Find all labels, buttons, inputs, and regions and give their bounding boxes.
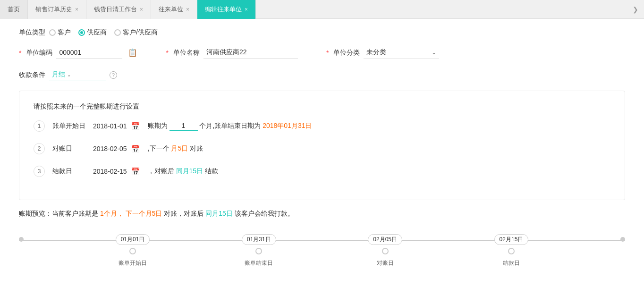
timeline-dot-2 — [255, 248, 262, 254]
timeline-node-4: 02月15日 结款日 — [494, 234, 529, 267]
tab-sales-history[interactable]: 销售订单历史 × — [28, 0, 86, 19]
step-1-row: 1 账单开始日 2018-01-01 📅 账期为 个月,账单结束日期为 2018… — [34, 120, 610, 132]
unit-category-chevron: ⌄ — [432, 49, 436, 56]
unit-name-field: * 单位名称 — [166, 47, 297, 59]
tab-home[interactable]: 首页 — [0, 0, 28, 19]
tab-partner[interactable]: 往来单位 × — [151, 0, 197, 19]
step-2-calendar-icon[interactable]: 📅 — [131, 144, 140, 153]
tab-sales-history-close[interactable]: × — [75, 6, 78, 13]
month-input[interactable] — [169, 121, 198, 131]
step-3-desc: ，对账后 同月15日 结款 — [148, 167, 218, 176]
timeline-label-1: 账单开始日 — [119, 259, 147, 267]
timeline-date-2: 01月31日 — [242, 234, 276, 245]
timeline-dot-4 — [508, 248, 515, 254]
unit-type-label: 单位类型 — [19, 28, 45, 37]
step-2-desc: ,下一个 月5日 对账 — [148, 144, 203, 153]
timeline-node-1: 01月01日 账单开始日 — [116, 234, 150, 267]
tab-expand-button[interactable]: ❯ — [627, 6, 644, 13]
timeline-date-1: 01月01日 — [116, 234, 150, 245]
timeline-end-dot — [620, 237, 625, 242]
timeline-start-dot — [19, 237, 24, 242]
step-2-date: 2018-02-05 📅 — [93, 144, 140, 153]
unit-code-field: * 单位编码 📋 — [19, 47, 137, 59]
tab-cash-work-close[interactable]: × — [140, 6, 143, 13]
step-2-date-value: 2018-02-05 — [93, 145, 127, 152]
step-3-row: 3 结款日 2018-02-15 📅 ，对账后 同月15日 结款 — [34, 166, 610, 177]
radio-both-label: 客户/供应商 — [123, 28, 158, 37]
unit-name-label: 单位名称 — [173, 49, 200, 57]
payment-terms-chevron-icon: ⌄ — [67, 72, 71, 77]
step-1-date: 2018-01-01 📅 — [93, 122, 140, 131]
step-1-desc-mid: 个月,账单结束日期为 — [199, 122, 263, 129]
step-3-desc-post: 结款 — [205, 167, 218, 175]
timeline-date-4: 02月15日 — [494, 234, 529, 245]
tab-cash-work[interactable]: 钱货日清工作台 × — [86, 0, 151, 19]
unit-name-input[interactable] — [203, 47, 298, 59]
timeline-dot-1 — [129, 248, 136, 254]
preview-part3: 同月15日 — [205, 210, 233, 217]
unit-category-select[interactable]: 未分类 ⌄ — [364, 46, 439, 59]
tab-home-label: 首页 — [8, 5, 20, 14]
payment-terms-help-icon[interactable]: ? — [110, 71, 117, 79]
unit-type-row: 单位类型 客户 供应商 客户/供应商 — [19, 28, 625, 37]
timeline-nodes: 01月01日 账单开始日 01月31日 账单结束日 02月05日 对账日 02月… — [19, 234, 625, 267]
preview-suffix: 该客户会给我打款。 — [235, 210, 294, 217]
step-2-desc-pre: ,下一个 — [148, 144, 169, 152]
preview-part1: 1个月， — [100, 210, 124, 217]
radio-group: 客户 供应商 客户/供应商 — [49, 28, 158, 37]
timeline-label-2: 账单结束日 — [245, 259, 273, 267]
timeline-label-4: 结款日 — [503, 259, 520, 267]
payment-terms-field: 收款条件 月结 ⌄ ? — [19, 68, 117, 81]
timeline-dot-3 — [382, 248, 389, 254]
unit-code-copy-icon[interactable]: 📋 — [128, 48, 137, 57]
timeline: 01月01日 账单开始日 01月31日 账单结束日 02月05日 对账日 02月… — [19, 229, 625, 277]
radio-supplier-circle — [78, 29, 85, 36]
unit-category-star: * — [326, 49, 329, 57]
step-2-highlight: 月5日 — [171, 144, 188, 152]
tab-cash-work-label: 钱货日清工作台 — [94, 5, 137, 14]
main-content: 单位类型 客户 供应商 客户/供应商 * 单位编码 — [0, 19, 644, 287]
radio-both[interactable]: 客户/供应商 — [114, 28, 158, 37]
unit-code-star: * — [19, 49, 21, 57]
step-3-desc-pre: ，对账后 — [148, 167, 176, 175]
step-1-date-value: 2018-01-01 — [93, 122, 127, 130]
unit-name-star: * — [166, 49, 168, 57]
settings-card: 请按照未来的一个完整帐期进行设置 1 账单开始日 2018-01-01 📅 账期… — [19, 91, 625, 200]
timeline-date-3: 02月05日 — [368, 234, 402, 245]
radio-customer-circle — [49, 29, 56, 36]
step-3-date-value: 2018-02-15 — [93, 168, 127, 175]
tab-edit-partner-label: 编辑往来单位 — [205, 5, 242, 14]
preview-text: 账期预览：当前客户账期是 1个月， 下一个月5日 对账，对账后 同月15日 该客… — [19, 210, 625, 218]
tab-edit-partner-close[interactable]: × — [245, 6, 248, 13]
payment-terms-select[interactable]: 月结 ⌄ — [49, 68, 106, 81]
radio-supplier[interactable]: 供应商 — [78, 28, 107, 37]
timeline-label-3: 对账日 — [377, 259, 394, 267]
tab-partner-close[interactable]: × — [186, 6, 189, 13]
step-3-date: 2018-02-15 📅 — [93, 167, 140, 176]
tab-sales-history-label: 销售订单历史 — [35, 5, 72, 14]
unit-info-row: * 单位编码 📋 * 单位名称 * 单位分类 未分类 ⌄ — [19, 46, 625, 59]
step-1-num: 1 — [34, 120, 45, 132]
radio-supplier-label: 供应商 — [87, 28, 107, 37]
step-2-num: 2 — [34, 143, 45, 154]
radio-both-circle — [114, 29, 121, 36]
step-1-desc-pre: 账期为 — [148, 122, 169, 129]
unit-code-input[interactable] — [56, 47, 122, 59]
tab-edit-partner[interactable]: 编辑往来单位 × — [197, 0, 256, 19]
preview-part2: 下一个月5日 — [126, 210, 162, 217]
preview-prefix: 账期预览：当前客户账期是 — [19, 210, 98, 217]
radio-customer[interactable]: 客户 — [49, 28, 71, 37]
step-1-label: 账单开始日 — [52, 122, 85, 130]
step-3-num: 3 — [34, 166, 45, 177]
timeline-start-cap — [19, 236, 24, 242]
step-1-desc: 账期为 个月,账单结束日期为 2018年01月31日 — [148, 121, 312, 131]
tab-bar: 首页 销售订单历史 × 钱货日清工作台 × 往来单位 × 编辑往来单位 × ❯ — [0, 0, 644, 19]
step-2-desc-post: 对账 — [190, 144, 203, 152]
unit-category-value: 未分类 — [366, 48, 386, 57]
step-3-calendar-icon[interactable]: 📅 — [131, 167, 140, 176]
step-2-label: 对账日 — [52, 144, 85, 153]
step-1-calendar-icon[interactable]: 📅 — [131, 122, 140, 131]
step-1-date-highlight: 2018年01月31日 — [263, 122, 312, 129]
unit-category-field: * 单位分类 未分类 ⌄ — [326, 46, 439, 59]
step-3-highlight: 同月15日 — [176, 167, 203, 175]
